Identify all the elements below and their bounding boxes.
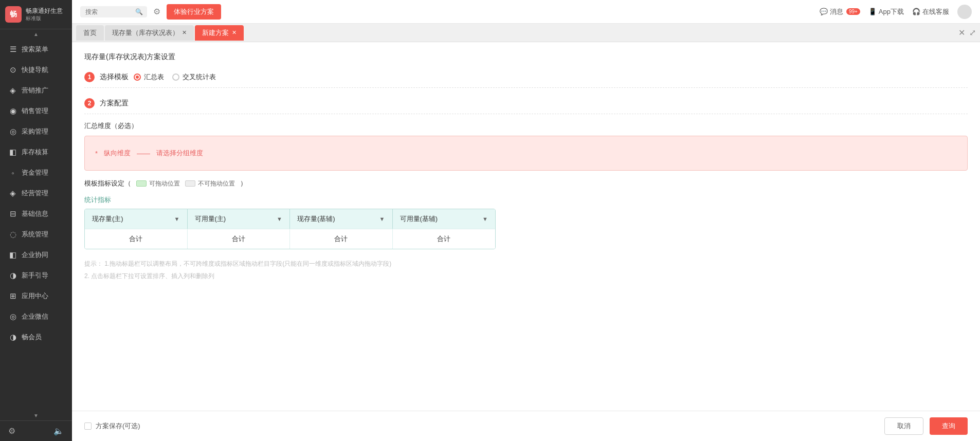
tab-inventory-close-icon[interactable]: ✕ — [182, 29, 187, 36]
sidebar-scroll-down[interactable]: ▼ — [0, 411, 72, 420]
section1-number: 1 — [84, 72, 95, 82]
stats-label: 统计指标 — [84, 195, 968, 205]
header-arrow-3: ▼ — [482, 216, 488, 222]
sidebar-logo: 畅 畅康通好生意 标准版 — [0, 0, 72, 29]
dimension-placeholder[interactable]: 请选择分组维度 — [156, 149, 203, 158]
sidebar-scroll-up[interactable]: ▲ — [0, 29, 72, 39]
sidebar-item-quick-nav[interactable]: ⊙ 快捷导航 — [0, 60, 72, 80]
page-title: 现存量(库存状况表)方案设置 — [84, 52, 968, 62]
wechat-icon: ◎ — [8, 312, 17, 321]
stats-header-row: 现存量(主) ▼ 可用量(主) ▼ 现存量(基辅) ▼ 可用量(基辅) — [85, 209, 495, 229]
tab-inventory-label: 现存量（库存状况表） — [112, 28, 179, 38]
tab-inventory-status[interactable]: 现存量（库存状况表） ✕ — [105, 25, 194, 41]
tips-item-0: 1.拖动标题栏可以调整布局，不可跨维度或指标区域拖动栏目字段(只能在同一维度或指… — [104, 260, 391, 267]
topbar: 🔍 ⚙ 体验行业方案 💬 消息 99+ 📱 App下载 🎧 在线客服 — [72, 0, 980, 24]
header-arrow-2: ▼ — [379, 216, 385, 222]
tab-new-scheme-close-icon[interactable]: ✕ — [232, 29, 237, 36]
sidebar-bottom: ⚙ 🔈 — [0, 420, 72, 441]
close-panel-button[interactable]: ✕ — [958, 28, 965, 38]
template-settings-label: 模板指标设定（ — [84, 179, 131, 188]
cancel-button[interactable]: 取消 — [884, 417, 923, 435]
section1-title: 选择模板 — [100, 72, 129, 82]
stats-table: 现存量(主) ▼ 可用量(主) ▼ 现存量(基辅) ▼ 可用量(基辅) — [84, 209, 496, 249]
search-menu-icon: ☰ — [8, 45, 17, 54]
sidebar-item-search-menu[interactable]: ☰ 搜索菜单 — [0, 39, 72, 60]
message-label: 消息 — [830, 7, 843, 16]
query-button[interactable]: 查询 — [930, 417, 968, 435]
sidebar-item-label: 营销推广 — [22, 86, 48, 95]
search-wrap: 🔍 — [80, 6, 147, 17]
section-choose-template: 1 选择模板 汇总表 交叉统计表 — [84, 72, 968, 88]
save-checkbox[interactable] — [84, 422, 92, 430]
draggable-legend-box — [136, 180, 147, 187]
radio-summary[interactable]: 汇总表 — [134, 72, 164, 82]
radio-cross-circle — [172, 74, 179, 81]
section1-header: 1 选择模板 汇总表 交叉统计表 — [84, 72, 968, 88]
sidebar-item-member[interactable]: ◑ 畅会员 — [0, 327, 72, 347]
tab-home[interactable]: 首页 — [76, 25, 104, 41]
template-radio-group: 汇总表 交叉统计表 — [134, 72, 216, 82]
sidebar-item-label: 经营管理 — [22, 189, 48, 198]
message-item[interactable]: 💬 消息 99+ — [820, 7, 860, 16]
topbar-settings-icon[interactable]: ⚙ — [153, 7, 160, 16]
stats-header-cell-2[interactable]: 现存量(基辅) ▼ — [290, 209, 393, 229]
radio-cross[interactable]: 交叉统计表 — [172, 72, 216, 82]
stats-data-cell-0-1: 合计 — [188, 229, 291, 249]
purchase-icon: ◎ — [8, 127, 17, 136]
sidebar-item-wechat[interactable]: ◎ 企业微信 — [0, 306, 72, 327]
topbar-right: 💬 消息 99+ 📱 App下载 🎧 在线客服 — [820, 5, 972, 19]
radio-cross-label: 交叉统计表 — [183, 72, 216, 82]
header-arrow-1: ▼ — [277, 216, 282, 222]
tabbar: 首页 现存量（库存状况表） ✕ 新建方案 ✕ ✕ ⤢ — [72, 24, 980, 42]
section2-number: 2 — [84, 98, 95, 108]
tips-title: 提示： — [84, 260, 103, 267]
section2-header: 2 方案配置 — [84, 98, 968, 114]
sidebar-item-label: 畅会员 — [22, 333, 42, 342]
sidebar-item-app[interactable]: ⊞ 应用中心 — [0, 286, 72, 306]
sidebar: 畅 畅康通好生意 标准版 ▲ ☰ 搜索菜单 ⊙ 快捷导航 ◈ 营销推广 ◉ 销售… — [0, 0, 72, 441]
stats-header-label-0: 现存量(主) — [92, 214, 123, 224]
sidebar-item-label: 搜索菜单 — [22, 45, 48, 54]
sidebar-item-basic[interactable]: ⊟ 基础信息 — [0, 204, 72, 224]
phone-icon: 📱 — [868, 8, 877, 15]
app-download-item[interactable]: 📱 App下载 — [868, 7, 904, 16]
expand-panel-button[interactable]: ⤢ — [969, 28, 976, 38]
search-icon: 🔍 — [135, 8, 143, 15]
content-area: 现存量(库存状况表)方案设置 1 选择模板 汇总表 交叉统计表 — [72, 42, 980, 441]
stats-header-label-2: 现存量(基辅) — [297, 214, 335, 224]
sidebar-item-operations[interactable]: ◈ 经营管理 — [0, 183, 72, 204]
sidebar-item-sales[interactable]: ◉ 销售管理 — [0, 101, 72, 121]
online-service-item[interactable]: 🎧 在线客服 — [912, 7, 949, 16]
logo-icon: 畅 — [5, 6, 22, 23]
sidebar-item-marketing[interactable]: ◈ 营销推广 — [0, 80, 72, 101]
headset-icon: 🎧 — [912, 8, 920, 15]
user-avatar[interactable] — [957, 5, 972, 19]
header-arrow-0: ▼ — [174, 216, 180, 222]
radio-summary-label: 汇总表 — [144, 72, 164, 82]
sound-icon[interactable]: 🔈 — [53, 426, 64, 436]
settings-bottom-icon[interactable]: ⚙ — [8, 426, 15, 436]
radio-summary-circle — [134, 74, 141, 81]
new-guide-icon: ◑ — [8, 271, 17, 280]
member-icon: ◑ — [8, 333, 17, 342]
enterprise-icon: ◧ — [8, 250, 17, 260]
not-draggable-legend-box — [185, 180, 195, 187]
draggable-label: 可拖动位置 — [149, 179, 180, 188]
sidebar-item-enterprise[interactable]: ◧ 企业协同 — [0, 245, 72, 265]
tab-new-scheme[interactable]: 新建方案 ✕ — [195, 25, 244, 41]
legend-draggable: 可拖动位置 — [136, 179, 180, 188]
stats-header-label-1: 可用量(主) — [195, 214, 226, 224]
sidebar-item-finance[interactable]: ◦ 资金管理 — [0, 162, 72, 183]
tips-item-1: 2. 点击标题栏下拉可设置排序、插入列和删除列 — [84, 272, 214, 280]
sidebar-item-label: 快捷导航 — [22, 65, 48, 75]
sidebar-item-label: 系统管理 — [22, 230, 48, 239]
sidebar-item-system[interactable]: ◌ 系统管理 — [0, 224, 72, 245]
sidebar-item-purchase[interactable]: ◎ 采购管理 — [0, 121, 72, 142]
stats-header-cell-1[interactable]: 可用量(主) ▼ — [188, 209, 291, 229]
trial-button[interactable]: 体验行业方案 — [167, 4, 221, 20]
main-area: 🔍 ⚙ 体验行业方案 💬 消息 99+ 📱 App下载 🎧 在线客服 首 — [72, 0, 980, 441]
sidebar-item-inventory[interactable]: ◧ 库存核算 — [0, 142, 72, 162]
stats-header-cell-0[interactable]: 现存量(主) ▼ — [85, 209, 188, 229]
stats-header-cell-3[interactable]: 可用量(基辅) ▼ — [393, 209, 496, 229]
sidebar-item-new-guide[interactable]: ◑ 新手引导 — [0, 265, 72, 286]
